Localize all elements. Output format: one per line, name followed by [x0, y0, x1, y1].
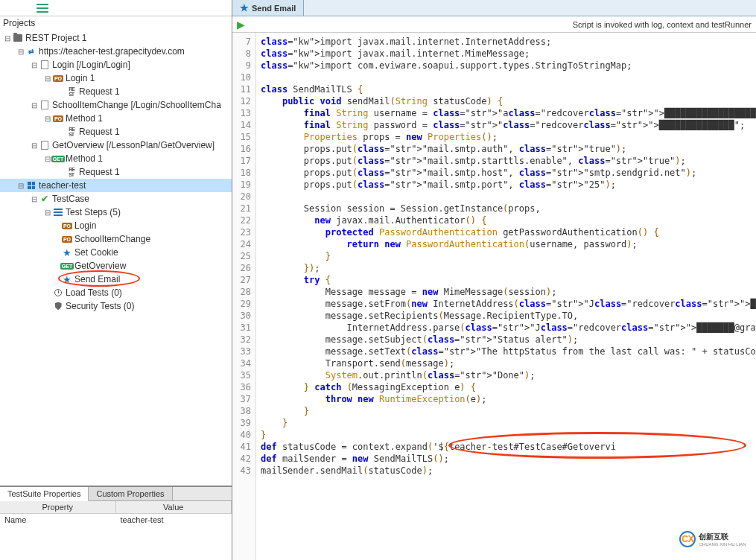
post-icon: PO: [62, 223, 72, 229]
get-icon: GET: [60, 263, 74, 270]
projects-label: Projects: [0, 16, 232, 30]
tree-label: GetOverview: [74, 261, 126, 271]
tree-label: Security Tests (0): [66, 301, 134, 311]
tree-project-root[interactable]: ⊟ REST Project 1: [0, 31, 232, 45]
script-info-label: Script is invoked with log, context and …: [573, 20, 752, 29]
run-toolbar: ▶ Script is invoked with log, context an…: [232, 16, 756, 33]
collapse-icon[interactable]: ⊟: [43, 209, 52, 217]
tree-loadtests[interactable]: Load Tests (0): [0, 286, 232, 299]
collapse-icon[interactable]: ⊟: [43, 74, 52, 83]
file-icon: [41, 141, 48, 150]
tree-label: Method 1: [66, 153, 103, 164]
tree-step-sendemail[interactable]: ★ Send Email: [0, 273, 232, 286]
tree-testsuite[interactable]: ⊟ teacher-test: [0, 179, 232, 192]
tree-method-school[interactable]: ⊟ PO Method 1: [0, 112, 232, 125]
post-icon: PO: [53, 75, 63, 82]
request-icon: REST: [69, 127, 74, 137]
tree-service[interactable]: ⊟ ⇄ https://teacher-test.grapecitydev.co…: [0, 45, 232, 58]
tree-label: Test Steps (5): [66, 207, 121, 217]
collapse-icon[interactable]: ⊟: [3, 34, 12, 42]
menu-icon[interactable]: [36, 4, 48, 13]
tree-label: Send Email: [74, 274, 120, 284]
line-gutter: 7 8 9 10 11 12 13 14 15 16 17 18 19 20 2…: [232, 33, 256, 560]
tree-resource-login[interactable]: ⊟ Login [/Login/Login]: [0, 58, 232, 71]
tab-custom-properties[interactable]: Custom Properties: [89, 487, 172, 500]
tree-step-login[interactable]: PO Login: [0, 219, 232, 232]
tree-label: Login: [74, 220, 96, 231]
collapse-icon[interactable]: ⊟: [30, 61, 39, 69]
logo-text: 创新互联 CHUANG XIN HU LIAN: [699, 532, 746, 547]
watermark-logo: CX 创新互联 CHUANG XIN HU LIAN: [676, 524, 750, 554]
tree-label: Request 1: [79, 86, 120, 97]
shield-icon: [55, 302, 62, 311]
logo-icon: CX: [679, 531, 696, 547]
tree-securitytests[interactable]: Security Tests (0): [0, 299, 232, 313]
property-value: teacher-test: [116, 514, 232, 526]
navigator-header: [0, 0, 232, 16]
tree-label: Request 1: [79, 167, 120, 177]
tree-label: teacher-test: [39, 180, 86, 191]
tree-label: REST Project 1: [25, 33, 86, 43]
properties-pane: TestSuite Properties Custom Properties P…: [0, 486, 232, 560]
collapse-icon[interactable]: ⊟: [30, 141, 39, 150]
col-property: Property: [0, 501, 116, 513]
tree-request[interactable]: REST Request 1: [0, 85, 232, 98]
star-icon: ★: [63, 274, 72, 285]
tree-resource-overview[interactable]: ⊟ GetOverview [/LessonPlan/GetOverview]: [0, 139, 232, 152]
clock-icon: [54, 289, 62, 296]
tree-teststeps[interactable]: ⊟ Test Steps (5): [0, 206, 232, 219]
collapse-icon[interactable]: ⊟: [43, 115, 52, 123]
property-tabs: TestSuite Properties Custom Properties: [0, 487, 232, 501]
star-icon: ★: [63, 247, 72, 258]
tree-method-overview[interactable]: ⊟ GET Method 1: [0, 152, 232, 165]
tree-label: Method 1: [66, 113, 103, 124]
tree-resource-school[interactable]: ⊟ SchoolItemChange [/Login/SchoolItemCha: [0, 98, 232, 112]
editor-panel: ★ Send Email ▶ Script is invoked with lo…: [232, 0, 756, 560]
request-icon: REST: [69, 86, 74, 97]
tree-label: Request 1: [79, 127, 120, 137]
tree-label: https://teacher-test.grapecitydev.com: [39, 46, 185, 57]
check-icon: ✔: [41, 194, 48, 204]
file-icon: [41, 101, 48, 109]
project-navigator: Projects ⊟ REST Project 1 ⊟ ⇄ https://te…: [0, 0, 232, 560]
post-icon: PO: [62, 236, 72, 243]
tree-label: SchoolItemChange [/Login/SchoolItemCha: [52, 100, 221, 110]
editor-tab-sendemail[interactable]: ★ Send Email: [232, 0, 304, 16]
property-name: Name: [0, 514, 116, 526]
col-value: Value: [116, 501, 232, 513]
code-content[interactable]: class="kw">import javax.mail.internet.In…: [256, 33, 756, 560]
project-tree[interactable]: ⊟ REST Project 1 ⊟ ⇄ https://teacher-tes…: [0, 30, 232, 486]
file-icon: [41, 60, 48, 69]
rest-icon: ⇄: [28, 48, 34, 55]
tree-step-overview[interactable]: GET GetOverview: [0, 259, 232, 273]
tree-label: Login [/Login/Login]: [52, 60, 130, 70]
collapse-icon[interactable]: ⊟: [30, 101, 39, 109]
request-icon: REST: [69, 167, 74, 177]
property-table-header: Property Value: [0, 501, 232, 514]
run-button[interactable]: ▶: [237, 19, 245, 31]
tree-label: Set Cookie: [74, 247, 118, 258]
tree-step-cookie[interactable]: ★ Set Cookie: [0, 246, 232, 259]
collapse-icon[interactable]: ⊟: [30, 195, 39, 203]
tree-label: SchoolItemChange: [74, 234, 150, 244]
tab-testsuite-properties[interactable]: TestSuite Properties: [0, 487, 89, 501]
post-icon: PO: [53, 115, 63, 122]
tree-request[interactable]: REST Request 1: [0, 125, 232, 139]
tree-method-login[interactable]: ⊟ PO Login 1: [0, 71, 232, 85]
tree-testcase[interactable]: ⊟ ✔ TestCase: [0, 192, 232, 206]
editor-tab-bar: ★ Send Email: [232, 0, 756, 16]
tree-label: GetOverview [/LessonPlan/GetOverview]: [52, 140, 215, 150]
property-row[interactable]: Name teacher-test: [0, 514, 232, 526]
steps-icon: [54, 209, 63, 216]
code-editor[interactable]: 7 8 9 10 11 12 13 14 15 16 17 18 19 20 2…: [232, 33, 756, 560]
tree-label: Login 1: [66, 73, 95, 83]
star-icon: ★: [240, 2, 249, 13]
folder-icon: [13, 34, 22, 42]
collapse-icon[interactable]: ⊟: [16, 48, 25, 56]
get-icon: GET: [51, 156, 65, 162]
collapse-icon[interactable]: ⊟: [16, 182, 25, 190]
tree-step-school[interactable]: PO SchoolItemChange: [0, 232, 232, 246]
tree-label: Load Tests (0): [66, 287, 122, 298]
tree-request[interactable]: REST Request 1: [0, 165, 232, 179]
tree-label: TestCase: [52, 194, 89, 204]
